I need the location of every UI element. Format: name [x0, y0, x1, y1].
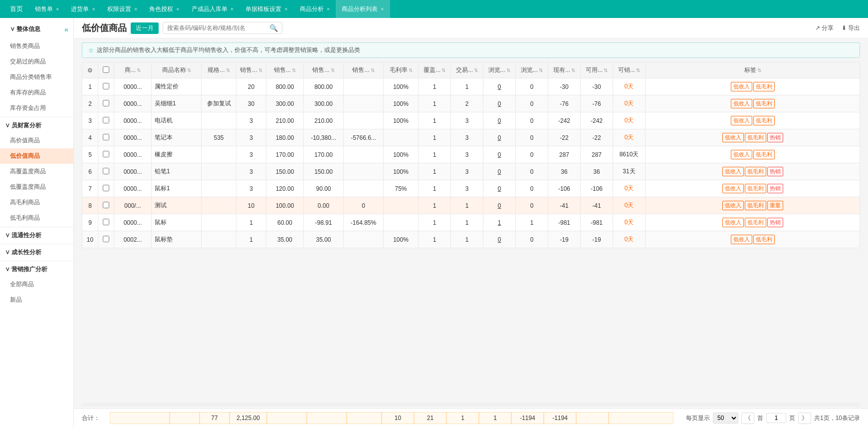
cell-settings: 6 — [82, 163, 98, 180]
cell-gross: 100% — [384, 163, 419, 180]
cell-sellable: 8610天 — [613, 146, 646, 163]
search-icon[interactable]: 🔍 — [269, 24, 278, 32]
col-name[interactable]: 商品名称⇅ — [152, 62, 202, 78]
nav-item-analysis[interactable]: 商品分析 × — [294, 0, 336, 18]
row-checkbox[interactable] — [103, 117, 109, 123]
sidebar-item-stock-capital[interactable]: 库存资金占用 — [0, 100, 73, 116]
share-button[interactable]: ↗ 分享 — [815, 24, 834, 32]
col-gross[interactable]: 毛利率⇅ — [384, 62, 419, 78]
nav-item-sales[interactable]: 销售单 × — [29, 0, 65, 18]
sidebar-item-high-value[interactable]: 高价值商品 — [0, 133, 73, 148]
browse-link[interactable]: 0 — [498, 117, 501, 124]
total-coverage: 10 — [382, 412, 414, 424]
time-filter-button[interactable]: 近一月 — [131, 22, 159, 34]
cell-current-stock: -30 — [548, 78, 581, 95]
close-icon[interactable]: × — [92, 6, 95, 12]
close-icon[interactable]: × — [327, 6, 330, 12]
cell-name: 电话机 — [152, 112, 202, 129]
col-current-stock[interactable]: 现有...⇅ — [548, 62, 581, 78]
row-checkbox[interactable] — [103, 185, 109, 191]
nav-item-permission[interactable]: 权限设置 × — [101, 0, 143, 18]
divider4 — [0, 261, 73, 261]
horizontal-scrollbar[interactable] — [82, 403, 860, 407]
search-input[interactable] — [167, 24, 267, 31]
page-input[interactable] — [766, 413, 786, 423]
col-settings[interactable]: ⚙ — [82, 62, 98, 78]
export-button[interactable]: ⬇ 导出 — [842, 24, 860, 32]
nav-item-analysis-list[interactable]: 商品分析列表 × — [336, 0, 390, 18]
total-trade: 21 — [414, 412, 446, 424]
next-page-button[interactable]: 》 — [798, 413, 811, 424]
col-avail-stock[interactable]: 可用...⇅ — [581, 62, 613, 78]
col-code[interactable]: 商...⇅ — [114, 62, 152, 78]
close-icon[interactable]: × — [381, 6, 384, 12]
close-icon[interactable]: × — [230, 6, 233, 12]
col-sellable[interactable]: 可销...⇅ — [613, 62, 646, 78]
browse-link[interactable]: 1 — [498, 219, 501, 226]
per-page-select[interactable]: 50 100 200 — [713, 413, 738, 424]
nav-item-role[interactable]: 角色授权 × — [143, 0, 185, 18]
nav-item-production[interactable]: 产成品入库单 × — [186, 0, 239, 18]
cell-name: 鼠标 — [152, 214, 202, 231]
prev-page-button[interactable]: 《 — [741, 413, 754, 424]
row-checkbox[interactable] — [103, 134, 109, 140]
col-check[interactable] — [98, 62, 114, 78]
sidebar-item-sales-goods[interactable]: 销售类商品 — [0, 38, 73, 54]
sidebar-item-all-goods[interactable]: 全部商品 — [0, 277, 73, 292]
tag-badge: 低收入 — [722, 133, 744, 142]
col-tag[interactable]: 标签⇅ — [646, 62, 860, 78]
sidebar-item-category-sales[interactable]: 商品分类销售率 — [0, 69, 73, 85]
cell-browse2: 0 — [516, 146, 548, 163]
col-sale-cost[interactable]: 销售...⇅ — [344, 62, 384, 78]
sidebar-item-new-goods[interactable]: 新品 — [0, 292, 73, 308]
cell-code: 0000... — [114, 112, 152, 129]
col-browse2[interactable]: 浏览...⇅ — [516, 62, 548, 78]
row-checkbox[interactable] — [103, 236, 109, 242]
sidebar-item-low-coverage[interactable]: 低覆盖度商品 — [0, 179, 73, 195]
tag-badge: 重量 — [767, 201, 783, 210]
col-sale-qty[interactable]: 销售...⇅ — [236, 62, 266, 78]
col-spec[interactable]: 规格...⇅ — [202, 62, 236, 78]
row-checkbox[interactable] — [103, 83, 109, 89]
sidebar-item-high-coverage[interactable]: 高覆盖度商品 — [0, 164, 73, 179]
close-icon[interactable]: × — [284, 6, 287, 12]
sidebar-item-low-margin[interactable]: 低毛利商品 — [0, 210, 73, 226]
sidebar-section-overall: ∨ 整体信息 — [5, 22, 45, 36]
row-checkbox[interactable] — [103, 151, 109, 157]
cell-settings: 9 — [82, 214, 98, 231]
cell-check — [98, 112, 114, 129]
browse-link[interactable]: 0 — [498, 100, 501, 107]
col-sale-amt[interactable]: 销售...⇅ — [304, 62, 344, 78]
sidebar-item-low-value[interactable]: 低价值商品 — [0, 148, 73, 164]
close-icon[interactable]: × — [176, 6, 179, 12]
browse-link[interactable]: 0 — [498, 83, 501, 90]
table-row: 8 000/... 测试 10 100.00 0.00 0 1 1 0 0 -4… — [82, 197, 860, 214]
row-checkbox[interactable] — [103, 202, 109, 208]
cell-sale-amt: 210.00 — [304, 112, 344, 129]
select-all-checkbox[interactable] — [103, 66, 109, 73]
browse-link[interactable]: 0 — [498, 236, 501, 243]
col-browse1[interactable]: 浏览...⇅ — [483, 62, 516, 78]
row-checkbox[interactable] — [103, 100, 109, 106]
row-checkbox[interactable] — [103, 219, 109, 225]
collapse-button[interactable]: « — [62, 24, 70, 34]
nav-item-purchase[interactable]: 进货单 × — [65, 0, 101, 18]
browse-link[interactable]: 0 — [498, 168, 501, 175]
sidebar-item-stock-goods[interactable]: 有库存的商品 — [0, 85, 73, 100]
col-sale-price[interactable]: 销售...⇅ — [266, 62, 304, 78]
close-icon[interactable]: × — [56, 6, 59, 12]
browse-link[interactable]: 0 — [498, 134, 501, 141]
col-coverage[interactable]: 覆盖...⇅ — [419, 62, 451, 78]
browse-link[interactable]: 0 — [498, 202, 501, 209]
browse-link[interactable]: 0 — [498, 185, 501, 192]
col-trade[interactable]: 交易...⇅ — [451, 62, 483, 78]
browse-link[interactable]: 0 — [498, 151, 501, 158]
nav-home[interactable]: 首页 — [4, 0, 29, 18]
sidebar-item-traded[interactable]: 交易过的商品 — [0, 54, 73, 69]
row-checkbox[interactable] — [103, 168, 109, 174]
close-icon[interactable]: × — [134, 6, 137, 12]
sidebar-item-high-margin[interactable]: 高毛利商品 — [0, 195, 73, 210]
cell-sale-amt: 800.00 — [304, 78, 344, 95]
total-label: 合计： — [82, 414, 102, 423]
nav-item-template[interactable]: 单据模板设置 × — [239, 0, 293, 18]
